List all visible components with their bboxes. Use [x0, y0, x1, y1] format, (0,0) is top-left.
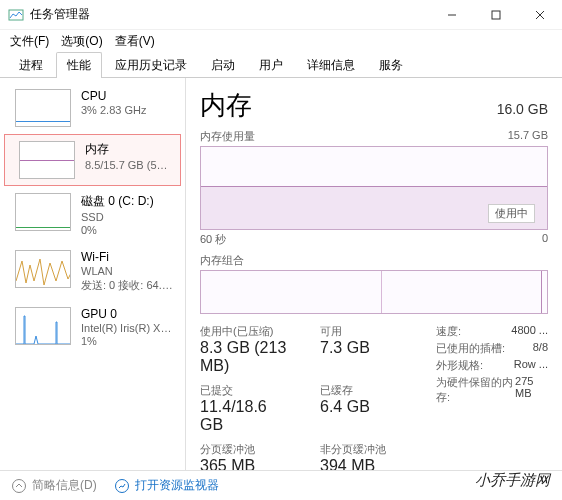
- window-title: 任务管理器: [30, 6, 430, 23]
- nonpaged-value: 394 MB: [320, 457, 412, 470]
- performance-sidebar: CPU 3% 2.83 GHz 内存 8.5/15.7 GB (54%) 磁盘 …: [0, 78, 186, 470]
- cached-value: 6.4 GB: [320, 398, 412, 416]
- tab-processes[interactable]: 进程: [8, 52, 54, 78]
- sidebar-item-wifi[interactable]: Wi-Fi WLAN 发送: 0 接收: 64.0 Kbps: [0, 243, 185, 300]
- memory-usage-chart: 使用中: [200, 146, 548, 230]
- form-key: 外形规格:: [436, 358, 483, 373]
- time-axis-label: 60 秒: [200, 232, 226, 247]
- reserved-val: 275 MB: [515, 375, 548, 405]
- memory-sparkline: [19, 141, 75, 179]
- close-button[interactable]: [518, 0, 562, 30]
- memory-title: 内存: [85, 141, 170, 158]
- memory-composition-chart: [200, 270, 548, 314]
- memory-total: 16.0 GB: [497, 101, 548, 117]
- gpu-sparkline: [15, 307, 71, 345]
- maximize-button[interactable]: [474, 0, 518, 30]
- tab-startup[interactable]: 启动: [200, 52, 246, 78]
- cached-label: 已缓存: [320, 383, 412, 398]
- menubar: 文件(F) 选项(O) 查看(V): [0, 30, 562, 52]
- brief-info-label: 简略信息(D): [32, 477, 97, 494]
- gpu-pct: 1%: [81, 335, 174, 347]
- sidebar-item-cpu[interactable]: CPU 3% 2.83 GHz: [0, 82, 185, 134]
- sidebar-item-disk[interactable]: 磁盘 0 (C: D:) SSD 0%: [0, 186, 185, 243]
- paged-value: 365 MB: [200, 457, 292, 470]
- page-title: 内存: [200, 88, 252, 123]
- inuse-label: 使用中(已压缩): [200, 324, 292, 339]
- minimize-button[interactable]: [430, 0, 474, 30]
- committed-value: 11.4/18.6 GB: [200, 398, 292, 434]
- inuse-value: 8.3 GB (213 MB): [200, 339, 292, 375]
- titlebar: 任务管理器: [0, 0, 562, 30]
- composition-label: 内存组合: [200, 253, 548, 268]
- available-label: 可用: [320, 324, 412, 339]
- wifi-sparkline: [15, 250, 71, 288]
- resource-monitor-label: 打开资源监视器: [135, 477, 219, 494]
- committed-label: 已提交: [200, 383, 292, 398]
- available-value: 7.3 GB: [320, 339, 412, 357]
- sidebar-item-memory[interactable]: 内存 8.5/15.7 GB (54%): [4, 134, 181, 186]
- tab-performance[interactable]: 性能: [56, 52, 102, 78]
- in-use-badge: 使用中: [488, 204, 535, 223]
- reserved-key: 为硬件保留的内存:: [436, 375, 515, 405]
- app-icon: [8, 7, 24, 23]
- content-area: CPU 3% 2.83 GHz 内存 8.5/15.7 GB (54%) 磁盘 …: [0, 78, 562, 470]
- disk-sparkline: [15, 193, 71, 231]
- gpu-title: GPU 0: [81, 307, 174, 321]
- tab-bar: 进程 性能 应用历史记录 启动 用户 详细信息 服务: [0, 52, 562, 78]
- wifi-throughput: 发送: 0 接收: 64.0 Kbps: [81, 278, 174, 293]
- memory-stats: 8.5/15.7 GB (54%): [85, 159, 170, 171]
- cpu-stats: 3% 2.83 GHz: [81, 104, 146, 116]
- disk-type: SSD: [81, 211, 154, 223]
- window-controls: [430, 0, 562, 30]
- tab-users[interactable]: 用户: [248, 52, 294, 78]
- disk-pct: 0%: [81, 224, 154, 236]
- resource-monitor-link[interactable]: 打开资源监视器: [115, 477, 219, 494]
- watermark: 小乔手游网: [475, 471, 550, 490]
- menu-options[interactable]: 选项(O): [57, 31, 106, 52]
- menu-file[interactable]: 文件(F): [6, 31, 53, 52]
- slots-val: 8/8: [533, 341, 548, 356]
- tab-details[interactable]: 详细信息: [296, 52, 366, 78]
- sidebar-item-gpu[interactable]: GPU 0 Intel(R) Iris(R) Xe Gra... 1%: [0, 300, 185, 354]
- cpu-sparkline: [15, 89, 71, 127]
- svg-rect-0: [9, 10, 23, 20]
- menu-view[interactable]: 查看(V): [111, 31, 159, 52]
- disk-title: 磁盘 0 (C: D:): [81, 193, 154, 210]
- svg-rect-2: [492, 11, 500, 19]
- wifi-title: Wi-Fi: [81, 250, 174, 264]
- chevron-up-icon: [12, 479, 26, 493]
- form-val: Row ...: [514, 358, 548, 373]
- speed-key: 速度:: [436, 324, 461, 339]
- gpu-name: Intel(R) Iris(R) Xe Gra...: [81, 322, 174, 334]
- usage-chart-label: 内存使用量: [200, 129, 255, 144]
- cpu-title: CPU: [81, 89, 146, 103]
- paged-label: 分页缓冲池: [200, 442, 292, 457]
- tab-services[interactable]: 服务: [368, 52, 414, 78]
- slots-key: 已使用的插槽:: [436, 341, 505, 356]
- memory-info-table: 速度:4800 ... 已使用的插槽:8/8 外形规格:Row ... 为硬件保…: [436, 324, 548, 470]
- main-panel: 内存 16.0 GB 内存使用量 15.7 GB 使用中 60 秒 0 内存组合…: [186, 78, 562, 470]
- brief-info-button[interactable]: 简略信息(D): [12, 477, 97, 494]
- monitor-icon: [115, 479, 129, 493]
- memory-stats: 使用中(已压缩) 8.3 GB (213 MB) 可用 7.3 GB 已提交 1…: [200, 324, 548, 470]
- tab-history[interactable]: 应用历史记录: [104, 52, 198, 78]
- nonpaged-label: 非分页缓冲池: [320, 442, 412, 457]
- wifi-adapter: WLAN: [81, 265, 174, 277]
- time-axis-zero: 0: [542, 232, 548, 247]
- usage-chart-max: 15.7 GB: [508, 129, 548, 144]
- speed-val: 4800 ...: [511, 324, 548, 339]
